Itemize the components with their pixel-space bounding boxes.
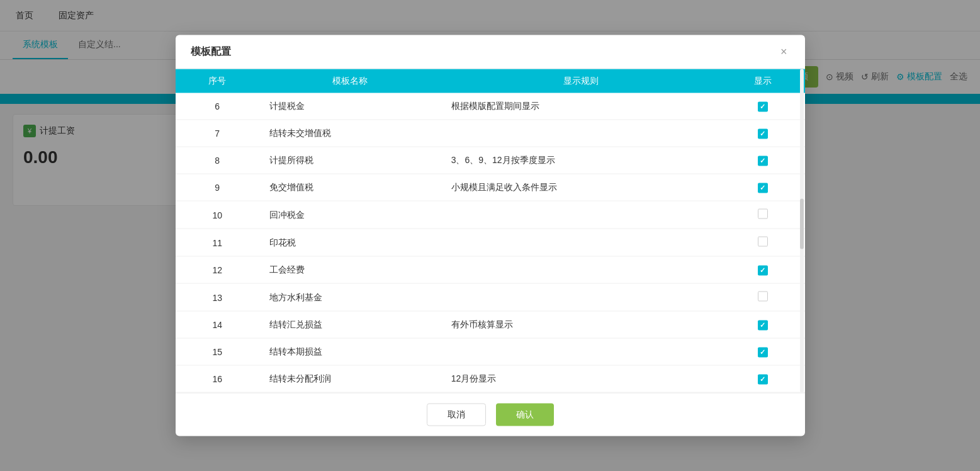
row-name: 结转未分配利润	[259, 365, 441, 392]
row-checkbox[interactable]	[758, 320, 768, 330]
row-id: 13	[176, 283, 259, 311]
table-row: 13地方水利基金	[176, 283, 805, 311]
row-name: 结转汇兑损益	[259, 311, 441, 338]
row-checkbox-cell	[721, 338, 804, 365]
row-checkbox[interactable]	[758, 101, 768, 111]
row-checkbox[interactable]	[758, 156, 768, 166]
row-name: 免交增值税	[259, 174, 441, 201]
row-checkbox[interactable]	[758, 237, 768, 247]
row-id: 14	[176, 311, 259, 338]
col-header-id: 序号	[176, 69, 259, 93]
scrollbar-track	[800, 69, 804, 393]
row-checkbox-cell	[721, 365, 804, 392]
table-row: 11印花税	[176, 229, 805, 256]
modal-header: 模板配置 ×	[176, 35, 805, 69]
row-id: 11	[176, 229, 259, 256]
row-name: 地方水利基金	[259, 283, 441, 311]
table-row: 16结转未分配利润12月份显示	[176, 365, 805, 392]
modal-body: 序号 模板名称 显示规则 显示 6计提税金根据模版配置期间显示7结转未交增值税8…	[176, 69, 805, 393]
row-name: 回冲税金	[259, 201, 441, 229]
row-rule	[441, 120, 721, 147]
table-row: 15结转本期损益	[176, 338, 805, 365]
table-row: 10回冲税金	[176, 201, 805, 229]
table-row: 7结转未交增值税	[176, 120, 805, 147]
table-row: 9免交增值税小规模且满足收入条件显示	[176, 174, 805, 201]
row-rule	[441, 338, 721, 365]
template-table: 序号 模板名称 显示规则 显示 6计提税金根据模版配置期间显示7结转未交增值税8…	[176, 69, 805, 393]
row-checkbox-cell	[721, 174, 804, 201]
col-header-name: 模板名称	[259, 69, 441, 93]
col-header-rule: 显示规则	[441, 69, 721, 93]
row-checkbox-cell	[721, 147, 804, 174]
row-checkbox-cell	[721, 283, 804, 311]
scrollbar-thumb	[800, 198, 804, 249]
modal-title: 模板配置	[191, 45, 231, 59]
row-name: 工会经费	[259, 256, 441, 283]
row-id: 10	[176, 201, 259, 229]
row-rule: 根据模版配置期间显示	[441, 93, 721, 120]
row-rule: 有外币核算显示	[441, 311, 721, 338]
table-row: 14结转汇兑损益有外币核算显示	[176, 311, 805, 338]
modal-footer: 取消 确认	[176, 393, 805, 436]
row-id: 7	[176, 120, 259, 147]
table-row: 12工会经费	[176, 256, 805, 283]
row-id: 8	[176, 147, 259, 174]
row-checkbox-cell	[721, 93, 804, 120]
row-id: 15	[176, 338, 259, 365]
row-checkbox[interactable]	[758, 183, 768, 193]
row-rule: 12月份显示	[441, 365, 721, 392]
col-header-display: 显示	[721, 69, 804, 93]
row-checkbox-cell	[721, 201, 804, 229]
row-checkbox[interactable]	[758, 209, 768, 219]
row-checkbox-cell	[721, 311, 804, 338]
row-rule: 3、6、9、12月按季度显示	[441, 147, 721, 174]
row-id: 9	[176, 174, 259, 201]
row-rule	[441, 283, 721, 311]
row-checkbox[interactable]	[758, 374, 768, 384]
row-rule	[441, 256, 721, 283]
cancel-button[interactable]: 取消	[427, 404, 486, 426]
row-name: 计提税金	[259, 93, 441, 120]
row-id: 6	[176, 93, 259, 120]
confirm-button[interactable]: 确认	[496, 404, 554, 426]
table-row: 6计提税金根据模版配置期间显示	[176, 93, 805, 120]
row-id: 16	[176, 365, 259, 392]
row-checkbox[interactable]	[758, 265, 768, 275]
row-rule: 小规模且满足收入条件显示	[441, 174, 721, 201]
row-checkbox[interactable]	[758, 347, 768, 357]
row-id: 12	[176, 256, 259, 283]
row-checkbox[interactable]	[758, 292, 768, 302]
row-rule	[441, 201, 721, 229]
row-name: 结转本期损益	[259, 338, 441, 365]
modal-template-config: 模板配置 × 序号 模板名称 显示规则 显示 6计提税金根据模版配置期间显示7结…	[176, 35, 805, 436]
modal-close-button[interactable]: ×	[778, 45, 790, 59]
row-name: 计提所得税	[259, 147, 441, 174]
row-checkbox[interactable]	[758, 128, 768, 139]
row-rule	[441, 229, 721, 256]
row-checkbox-cell	[721, 256, 804, 283]
row-name: 结转未交增值税	[259, 120, 441, 147]
row-checkbox-cell	[721, 229, 804, 256]
row-name: 印花税	[259, 229, 441, 256]
row-checkbox-cell	[721, 120, 804, 147]
table-row: 8计提所得税3、6、9、12月按季度显示	[176, 147, 805, 174]
